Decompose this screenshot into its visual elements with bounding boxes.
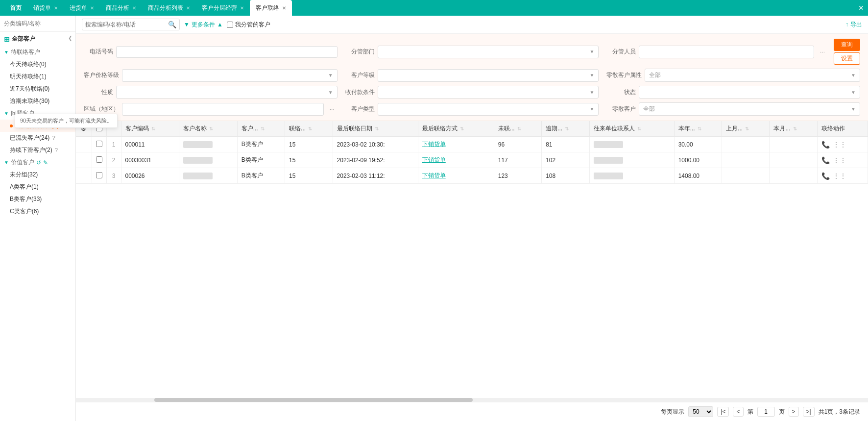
th-this-month[interactable]: 本月... ⇅ — [770, 121, 817, 137]
zero-attr-select[interactable]: 全部 ▼ — [645, 69, 860, 82]
tab-customer-tier-close[interactable]: ✕ — [240, 5, 244, 11]
td-overdue-2: 102 — [542, 152, 589, 168]
settings-button[interactable]: 设置 — [834, 52, 860, 65]
th-last-method[interactable]: 最后联络方式 ⇅ — [418, 121, 494, 137]
export-icon: ↑ — [845, 21, 848, 28]
refresh-icon[interactable]: ↺ — [36, 159, 41, 166]
td-checkbox-3[interactable] — [92, 168, 106, 184]
export-button[interactable]: ↑ 导出 — [845, 21, 862, 29]
sidebar-item-ungrouped[interactable]: 未分组(32) — [0, 169, 75, 181]
gender-select[interactable]: ▼ — [116, 86, 338, 99]
status-select[interactable]: ▼ — [639, 86, 860, 99]
tab-customer-contact-close[interactable]: ✕ — [282, 5, 286, 11]
sidebar-item-7days[interactable]: 近7天待联络(0) — [0, 83, 75, 95]
phone-input[interactable] — [116, 46, 338, 58]
last-page-btn[interactable]: >| — [803, 407, 815, 417]
edit-icon[interactable]: ✎ — [43, 159, 48, 166]
my-customer-checkbox[interactable] — [227, 22, 233, 28]
sidebar-item-today[interactable]: 今天待联络(0) — [0, 58, 75, 71]
sidebar-section-value[interactable]: ▼ 价值客户 ↺ ✎ — [0, 156, 75, 169]
tab-analysis-list[interactable]: 商品分析列表 ✕ — [142, 0, 196, 16]
prev-page-btn[interactable]: < — [733, 407, 743, 417]
tab-analysis[interactable]: 商品分析 ✕ — [100, 0, 142, 16]
payment-select[interactable]: ▼ — [378, 86, 599, 99]
td-person-1 — [589, 137, 674, 152]
price-level-select[interactable]: ▼ — [122, 69, 338, 82]
person-select[interactable] — [639, 46, 814, 58]
tab-sales-close[interactable]: ✕ — [54, 5, 58, 11]
sidebar-item-declining[interactable]: 持续下滑客户(2) ? — [0, 144, 75, 156]
zero-customer-label: 零散客户 — [606, 105, 636, 113]
sidebar-all-customers[interactable]: ⊞ 全部客户 《 — [0, 32, 75, 46]
th-this-year[interactable]: 本年... ⇅ — [674, 121, 722, 137]
customer-level-select[interactable]: ▼ — [378, 69, 599, 82]
action-phone-icon-3[interactable]: 📞 — [821, 172, 830, 180]
sidebar-item-class-c[interactable]: C类客户(6) — [0, 205, 75, 218]
region-select[interactable] — [122, 103, 324, 116]
scrollbar-thumb[interactable] — [154, 398, 473, 402]
action-more-icon-1[interactable]: ⋮⋮ — [833, 141, 846, 149]
td-method-1[interactable]: 下销货单 — [418, 137, 494, 152]
customer-type-label: 客户类型 — [345, 105, 375, 113]
td-this-month-3 — [770, 168, 817, 184]
tab-home[interactable]: 首页 — [4, 0, 27, 16]
region-more-btn[interactable]: ··· — [327, 106, 338, 113]
action-more-icon-3[interactable]: ⋮⋮ — [833, 172, 846, 180]
tab-purchase-close[interactable]: ✕ — [90, 5, 94, 11]
row-checkbox-2[interactable] — [96, 156, 102, 163]
arrow-icon-3: ▼ — [4, 160, 9, 165]
tab-analysis-list-close[interactable]: ✕ — [186, 5, 190, 11]
th-customer-type[interactable]: 客户... ⇅ — [237, 121, 285, 137]
action-phone-icon-1[interactable]: 📞 — [821, 141, 830, 149]
zero-customer-select[interactable]: 全部 ▼ — [639, 102, 860, 116]
action-more-icon-2[interactable]: ⋮⋮ — [833, 156, 846, 164]
td-method-2[interactable]: 下销货单 — [418, 152, 494, 168]
search-button-icon[interactable]: 🔍 — [168, 21, 176, 28]
td-method-3[interactable]: 下销货单 — [418, 168, 494, 184]
window-close-button[interactable]: ✕ — [858, 4, 864, 12]
th-uncontacted[interactable]: 未联... ⇅ — [494, 121, 541, 137]
per-page-select[interactable]: 50 100 200 — [688, 406, 713, 417]
sidebar-search-input[interactable] — [4, 20, 76, 27]
th-code[interactable]: 客户编码 ⇅ — [121, 121, 179, 137]
tab-customer-contact[interactable]: 客户联络 ✕ — [250, 0, 292, 16]
sidebar-collapse-btn[interactable]: 《 — [66, 35, 72, 43]
th-action: 联络动作 — [817, 121, 868, 137]
query-button[interactable]: 查询 — [834, 39, 860, 51]
horizontal-scrollbar[interactable] — [76, 398, 868, 402]
tab-analysis-close[interactable]: ✕ — [132, 5, 136, 11]
my-customer-checkbox-area[interactable]: 我分管的客户 — [227, 21, 270, 29]
th-contact[interactable]: 联络... ⇅ — [285, 121, 333, 137]
first-page-btn[interactable]: |< — [717, 407, 729, 417]
filter-button[interactable]: ▼ 更多条件 ▲ — [184, 21, 223, 29]
data-table: ⚙ 客户编码 ⇅ 客户名称 ⇅ — [76, 121, 868, 184]
tab-sales[interactable]: 销货单 ✕ — [27, 0, 64, 16]
search-input[interactable] — [85, 21, 168, 28]
td-checkbox-2[interactable] — [92, 152, 106, 168]
th-last-month[interactable]: 上月... ⇅ — [722, 121, 770, 137]
sidebar-item-overdue[interactable]: 逾期未联络(30) — [0, 95, 75, 107]
td-this-month-2 — [770, 152, 817, 168]
row-checkbox-1[interactable] — [96, 141, 102, 147]
customer-type-select[interactable]: ▼ — [378, 103, 599, 116]
th-last-date[interactable]: 最后联络日期 ⇅ — [333, 121, 418, 137]
tab-customer-tier[interactable]: 客户分层经营 ✕ — [196, 0, 250, 16]
sidebar-section-pending[interactable]: ▼ 待联络客户 — [0, 46, 75, 58]
sidebar-item-already-lost[interactable]: 已流失客户(24) ? — [0, 132, 75, 144]
sidebar-item-class-a[interactable]: A类客户(1) — [0, 181, 75, 193]
th-contact-person[interactable]: 往来单位联系人 ⇅ — [589, 121, 674, 137]
tab-purchase[interactable]: 进货单 ✕ — [64, 0, 100, 16]
sidebar-item-tomorrow[interactable]: 明天待联络(1) — [0, 71, 75, 83]
filter-grid: 电话号码 分管部门 ▼ 分管人员 ··· — [84, 39, 860, 116]
th-name[interactable]: 客户名称 ⇅ — [179, 121, 238, 137]
th-overdue[interactable]: 逾期... ⇅ — [542, 121, 589, 137]
person-more-btn[interactable]: ··· — [817, 49, 828, 55]
action-phone-icon-2[interactable]: 📞 — [821, 156, 830, 164]
page-number-input[interactable] — [757, 407, 775, 417]
td-checkbox-1[interactable] — [92, 137, 106, 152]
status-label: 状态 — [606, 88, 636, 97]
row-checkbox-3[interactable] — [96, 172, 102, 178]
sidebar-item-class-b[interactable]: B类客户(33) — [0, 193, 75, 205]
dept-select[interactable]: ▼ — [378, 46, 599, 58]
next-page-btn[interactable]: > — [789, 407, 799, 417]
